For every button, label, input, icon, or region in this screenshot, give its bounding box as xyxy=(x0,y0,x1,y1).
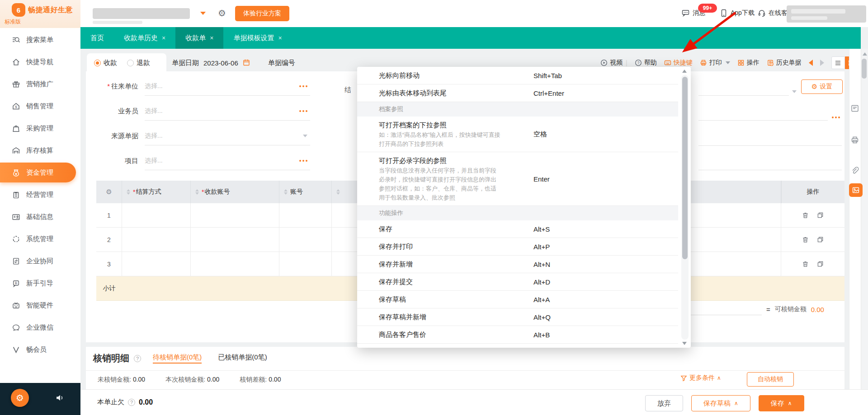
grid-cell[interactable] xyxy=(191,228,279,252)
panel-scroll-up-icon[interactable] xyxy=(682,70,687,73)
grid-cell[interactable] xyxy=(279,252,332,276)
document-tab[interactable]: 收款单历史 × xyxy=(114,27,175,49)
grid-col-header[interactable]: *收款账号 xyxy=(191,181,279,203)
copy-row-icon[interactable] xyxy=(817,236,824,243)
grid-cell[interactable] xyxy=(122,252,191,276)
scroll-up-icon[interactable] xyxy=(863,52,867,56)
doc-type-radio[interactable]: 收款 xyxy=(94,59,117,67)
field-input[interactable]: 选择... xyxy=(145,126,310,145)
grid-cell[interactable] xyxy=(122,203,191,227)
ellipsis-picker-icon[interactable] xyxy=(832,117,840,118)
grid-cell[interactable] xyxy=(191,252,279,276)
sidebar-item[interactable]: 库存核算 xyxy=(0,140,80,160)
ellipsis-picker-icon[interactable] xyxy=(299,110,307,112)
tab-close-icon[interactable]: × xyxy=(278,34,282,42)
grid-cell[interactable] xyxy=(279,228,332,252)
field-input[interactable] xyxy=(698,128,842,146)
sidebar-item[interactable]: 企业协同 xyxy=(0,251,80,271)
copy-row-icon[interactable] xyxy=(817,261,824,267)
delete-row-icon[interactable] xyxy=(802,236,809,243)
sidebar-item[interactable]: 经营管理 xyxy=(0,185,80,205)
date-value[interactable]: 2023-06-06 xyxy=(203,59,238,67)
grid-config-gear-icon[interactable]: ⚙ xyxy=(96,181,122,203)
tab-close-icon[interactable]: × xyxy=(162,34,165,42)
field-input[interactable]: 选择... xyxy=(145,102,310,121)
delete-row-icon[interactable] xyxy=(802,261,809,267)
delete-row-icon[interactable] xyxy=(802,212,809,219)
ellipsis-picker-icon[interactable] xyxy=(299,160,307,162)
workspace-gear-icon[interactable]: ⚙ xyxy=(218,8,226,19)
grid-col-header[interactable]: 账号 xyxy=(279,181,332,203)
sidebar-item[interactable]: 营销推广 xyxy=(0,74,80,94)
company-dropdown-chevron-icon[interactable] xyxy=(200,12,206,15)
toolbar-action[interactable]: 操作 xyxy=(737,59,760,67)
doc-type-radio[interactable]: 退款 xyxy=(127,59,150,67)
tab-close-icon[interactable]: × xyxy=(210,34,213,42)
field-input[interactable]: 选择... xyxy=(145,77,310,96)
field-input[interactable] xyxy=(698,78,789,96)
chevron-down-icon[interactable] xyxy=(726,61,730,64)
app-download-button[interactable]: App下载 xyxy=(720,9,755,17)
sidebar-item[interactable]: 畅会员 xyxy=(0,340,80,359)
document-tab[interactable]: 收款单 × xyxy=(175,27,223,49)
chevron-down-icon[interactable] xyxy=(792,90,797,93)
sidebar-item[interactable]: 新 新手引导 xyxy=(0,273,80,293)
list-view-button[interactable] xyxy=(831,56,845,69)
sidebar-item[interactable]: 系统管理 xyxy=(0,229,80,249)
field-input[interactable]: 选择... xyxy=(145,151,310,170)
panel-scroll-down-icon[interactable] xyxy=(682,342,687,345)
grid-cell[interactable] xyxy=(122,228,191,252)
sort-icon[interactable] xyxy=(195,189,199,195)
sidebar-item[interactable]: $ 销售管理 xyxy=(0,96,80,116)
info-icon[interactable]: ? xyxy=(128,399,135,406)
attachment-icon[interactable] xyxy=(850,166,859,175)
ellipsis-picker-icon[interactable] xyxy=(299,85,307,87)
sidebar-item[interactable]: 采购管理 xyxy=(0,118,80,138)
image-panel-button[interactable] xyxy=(849,183,863,197)
sort-icon[interactable] xyxy=(284,189,288,195)
sound-icon[interactable] xyxy=(55,393,65,405)
grid-cell[interactable] xyxy=(279,203,332,227)
settings-button[interactable]: ⚙设置 xyxy=(801,79,843,94)
help-icon[interactable]: ? xyxy=(134,355,141,362)
document-tab[interactable]: 单据模板设置 × xyxy=(223,27,292,49)
toolbar-action[interactable]: 历史单据 xyxy=(767,59,802,67)
page-scrollbar[interactable] xyxy=(861,49,868,415)
sort-icon[interactable] xyxy=(336,189,340,195)
document-tab[interactable]: 首页 xyxy=(80,27,114,49)
grid-cell[interactable] xyxy=(191,203,279,227)
footer-button[interactable]: 保存草稿 ∧ xyxy=(691,395,750,411)
next-doc-icon[interactable] xyxy=(820,60,824,66)
grid-col-header[interactable]: *结算方式 xyxy=(122,181,191,203)
user-info-redacted[interactable] xyxy=(787,5,866,23)
trial-solution-button[interactable]: 体验行业方案 xyxy=(235,6,289,21)
card-panel-icon[interactable] xyxy=(850,104,859,113)
toolbar-action[interactable]: 打印 xyxy=(700,59,730,67)
writeoff-tab[interactable]: 待核销单据(0笔) xyxy=(153,353,202,364)
page-scrollbar-thumb[interactable] xyxy=(862,59,867,79)
panel-scrollbar-thumb[interactable] xyxy=(682,77,688,259)
more-filters-button[interactable]: 更多条件∧ xyxy=(680,374,721,382)
sidebar-item[interactable]: 智能硬件 xyxy=(0,295,80,315)
toolbar-action[interactable]: 快捷键 xyxy=(664,59,693,67)
sort-icon[interactable] xyxy=(127,189,130,195)
company-name-redacted[interactable] xyxy=(93,8,190,19)
auto-writeoff-button[interactable]: 自动核销 xyxy=(747,372,794,387)
calendar-icon[interactable] xyxy=(243,59,250,67)
toolbar-action[interactable]: ? 帮助 xyxy=(635,59,657,67)
toolbar-action[interactable]: 视频 | xyxy=(600,59,627,67)
footer-button[interactable]: 放弃 xyxy=(645,395,683,411)
prev-doc-icon[interactable] xyxy=(809,60,813,66)
sidebar-item[interactable]: 企业微信 xyxy=(0,317,80,337)
writeoff-tab[interactable]: 已核销单据(0笔) xyxy=(218,353,267,364)
sidebar-item[interactable]: 基础信息 xyxy=(0,207,80,227)
copy-row-icon[interactable] xyxy=(817,212,824,219)
footer-button[interactable]: 保存 ∧ xyxy=(759,395,804,411)
chevron-down-icon[interactable] xyxy=(303,135,307,137)
field-input[interactable] xyxy=(698,103,828,121)
settings-gear-button[interactable]: ⚙ xyxy=(11,389,29,407)
sidebar-item[interactable]: 搜索菜单 xyxy=(0,30,80,50)
field-input[interactable] xyxy=(698,152,842,170)
print-panel-icon[interactable] xyxy=(850,135,859,145)
sidebar-item[interactable]: 资金管理 xyxy=(0,163,76,182)
